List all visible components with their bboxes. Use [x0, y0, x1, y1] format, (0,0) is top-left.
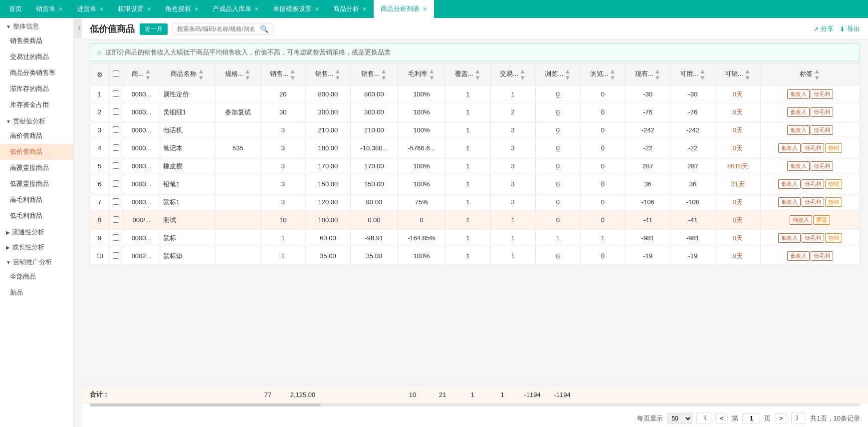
- col-cover[interactable]: 覆盖...▲▼: [445, 64, 490, 85]
- col-stock3[interactable]: 可销...▲▼: [715, 64, 760, 85]
- nav-template[interactable]: 单据模板设置 ✕: [266, 0, 326, 18]
- col-sale3[interactable]: 销售...▲▼: [351, 64, 398, 85]
- col-settings[interactable]: ⚙: [90, 64, 109, 85]
- row-checkbox[interactable]: [113, 234, 119, 241]
- cell-view1[interactable]: 0: [535, 193, 580, 211]
- sidebar-item-low-gross[interactable]: 低毛利商品: [0, 208, 73, 224]
- cell-view1[interactable]: 0: [535, 85, 580, 103]
- share-button[interactable]: ↗ 分享: [813, 24, 834, 33]
- cell-view1[interactable]: 0: [535, 157, 580, 175]
- prev-page-button[interactable]: <: [715, 414, 728, 424]
- sidebar-item-slow[interactable]: 滞库存的商品: [0, 81, 73, 97]
- sidebar-item-high-value[interactable]: 高价值商品: [0, 128, 73, 144]
- scroll-bar[interactable]: [90, 404, 860, 407]
- cell-checkbox[interactable]: [109, 175, 123, 193]
- row-checkbox[interactable]: [113, 90, 119, 97]
- sidebar-collapse-button[interactable]: 《: [74, 18, 82, 38]
- sidebar-group-contribution[interactable]: ▼ 贡献值分析: [0, 113, 73, 128]
- col-view1[interactable]: 浏览...▲▼: [535, 64, 580, 85]
- cell-checkbox[interactable]: [109, 229, 123, 247]
- cell-view1[interactable]: 0: [535, 211, 580, 229]
- sidebar-item-low-value[interactable]: 低价值商品: [0, 144, 73, 160]
- cell-view1[interactable]: 0: [535, 103, 580, 121]
- row-checkbox[interactable]: [113, 108, 119, 115]
- sidebar-group-marketing[interactable]: ▼ 营销推广分析: [0, 254, 73, 269]
- nav-permission[interactable]: 权限设置 ✕: [111, 0, 158, 18]
- sidebar-item-category-rate[interactable]: 商品分类销售率: [0, 65, 73, 81]
- nav-close-purchase[interactable]: ✕: [99, 6, 104, 12]
- col-view2[interactable]: 浏览...▲▼: [580, 64, 625, 85]
- col-sale2[interactable]: 销售...▲▼: [305, 64, 350, 85]
- nav-product-analysis[interactable]: 商品分析 ✕: [326, 0, 374, 18]
- row-checkbox[interactable]: [113, 252, 119, 259]
- sidebar-item-new-products[interactable]: 新品: [0, 285, 73, 301]
- sidebar-item-all-products[interactable]: 全部商品: [0, 269, 73, 285]
- cell-gross: 100%: [398, 157, 445, 175]
- sidebar-item-traded[interactable]: 交易过的商品: [0, 49, 73, 65]
- cell-view1[interactable]: 0: [535, 121, 580, 139]
- col-trade[interactable]: 交易...▲▼: [490, 64, 535, 85]
- cell-checkbox[interactable]: [109, 85, 123, 103]
- scroll-bar-thumb[interactable]: [90, 404, 321, 407]
- nav-home[interactable]: 首页: [2, 0, 29, 18]
- nav-close-product-entry[interactable]: ✕: [254, 6, 259, 12]
- last-page-button[interactable]: 》: [791, 413, 806, 424]
- per-page-select[interactable]: 50 100: [667, 413, 692, 424]
- row-checkbox[interactable]: [113, 144, 119, 151]
- nav-close-template[interactable]: ✕: [315, 6, 319, 12]
- cell-checkbox[interactable]: [109, 121, 123, 139]
- page-number-input[interactable]: [742, 414, 760, 424]
- nav-close-permission[interactable]: ✕: [147, 6, 151, 12]
- cell-view1[interactable]: 1: [535, 229, 580, 247]
- sidebar-item-sales-products[interactable]: 销售类商品: [0, 33, 73, 49]
- sidebar-group-liquidity[interactable]: ▶ 流通性分析: [0, 224, 73, 239]
- sidebar-group-overall[interactable]: ▼ 整体信息: [0, 18, 73, 33]
- col-tags[interactable]: 标签▲▼: [760, 64, 860, 85]
- sidebar-item-stock-fund[interactable]: 库存资金占用: [0, 97, 73, 113]
- col-checkbox[interactable]: [109, 64, 123, 85]
- nav-close-role[interactable]: ✕: [194, 6, 199, 12]
- next-page-button[interactable]: >: [775, 414, 787, 424]
- cell-checkbox[interactable]: [109, 103, 123, 121]
- col-spec[interactable]: 规格...▲▼: [216, 64, 261, 85]
- nav-role[interactable]: 角色授权 ✕: [158, 0, 206, 18]
- search-input[interactable]: [173, 23, 272, 35]
- sidebar-item-high-cover[interactable]: 高覆盖度商品: [0, 160, 73, 176]
- cell-checkbox[interactable]: [109, 157, 123, 175]
- export-button[interactable]: ⬇ 导出: [840, 24, 860, 33]
- col-stock2[interactable]: 可用...▲▼: [670, 64, 715, 85]
- row-checkbox[interactable]: [113, 216, 119, 223]
- cell-checkbox[interactable]: [109, 211, 123, 229]
- cell-view1[interactable]: 0: [535, 175, 580, 193]
- nav-close-product-analysis[interactable]: ✕: [362, 6, 367, 12]
- cell-view1[interactable]: 0: [535, 139, 580, 157]
- first-page-button[interactable]: 《: [696, 413, 711, 424]
- sidebar-item-low-cover[interactable]: 低覆盖度商品: [0, 176, 73, 192]
- row-checkbox[interactable]: [113, 198, 119, 205]
- col-name[interactable]: 商品名称▲▼: [160, 64, 215, 85]
- row-checkbox[interactable]: [113, 162, 119, 169]
- col-gross[interactable]: 毛利率▲▼: [398, 64, 445, 85]
- col-code[interactable]: 商...▲▼: [123, 64, 160, 85]
- filter-button[interactable]: 近一月: [140, 23, 168, 35]
- col-sale1[interactable]: 销售...▲▼: [260, 64, 305, 85]
- sidebar-group-growth[interactable]: ▶ 成长性分析: [0, 239, 73, 254]
- nav-close-sales[interactable]: ✕: [58, 6, 63, 12]
- cell-checkbox[interactable]: [109, 193, 123, 211]
- cell-days: 0天: [715, 229, 760, 247]
- nav-sales[interactable]: 销货单 ✕: [29, 0, 70, 18]
- select-all-checkbox[interactable]: [113, 70, 119, 77]
- nav-purchase[interactable]: 进货单 ✕: [70, 0, 111, 18]
- cell-checkbox[interactable]: [109, 247, 123, 265]
- cell-checkbox[interactable]: [109, 139, 123, 157]
- nav-product-entry[interactable]: 产成品入库单 ✕: [206, 0, 266, 18]
- cell-gross: 100%: [398, 103, 445, 121]
- cell-view1[interactable]: 0: [535, 247, 580, 265]
- row-checkbox[interactable]: [113, 126, 119, 133]
- col-stock1[interactable]: 现有...▲▼: [626, 64, 670, 85]
- nav-close-product-analysis-list[interactable]: ✕: [423, 6, 427, 12]
- sidebar-item-high-gross[interactable]: 高毛利商品: [0, 192, 73, 208]
- nav-product-analysis-list[interactable]: 商品分析列表 ✕: [374, 0, 434, 18]
- sort-icon: ▲▼: [381, 68, 387, 81]
- row-checkbox[interactable]: [113, 180, 119, 187]
